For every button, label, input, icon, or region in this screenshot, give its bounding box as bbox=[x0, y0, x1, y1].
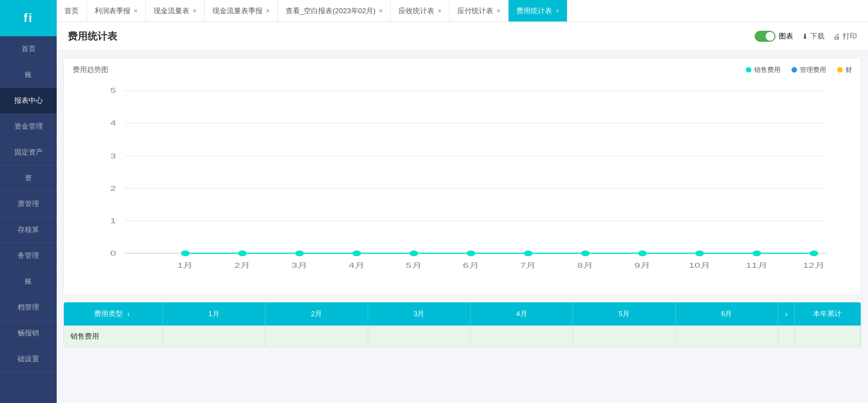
chart-toggle-wrap: 图表 bbox=[755, 31, 793, 42]
cell-month1-sales bbox=[163, 326, 265, 347]
sidebar-item-reports[interactable]: 报表中心 bbox=[0, 88, 57, 114]
sidebar-item-sales-return[interactable]: 畅报销 bbox=[0, 321, 57, 346]
svg-point-36 bbox=[810, 250, 818, 256]
tab-payables[interactable]: 应付统计表 × bbox=[450, 0, 509, 21]
legend-dot-sales bbox=[746, 67, 751, 73]
sidebar-item-settings[interactable]: 础设置 bbox=[0, 346, 57, 372]
tab-profit[interactable]: 利润表季报 × bbox=[87, 0, 146, 21]
svg-point-30 bbox=[467, 250, 476, 256]
chart-legend: 销售费用 管理费用 财 bbox=[746, 65, 852, 75]
col-header-month-5: 5月 bbox=[573, 302, 675, 325]
svg-text:1月: 1月 bbox=[177, 261, 193, 269]
col-header-type: 费用类型 ‹ bbox=[64, 302, 163, 325]
cell-month6-sales bbox=[676, 326, 778, 347]
tab-close-cashflow[interactable]: × bbox=[193, 7, 196, 15]
page-title: 费用统计表 bbox=[68, 30, 117, 43]
table-header-row: 费用类型 ‹ 1月 2月 3月 4月 5月 6月 › 本年累计 bbox=[64, 302, 861, 325]
sidebar-item-funds[interactable]: 资金管理 bbox=[0, 114, 57, 140]
col-header-month-1: 1月 bbox=[163, 302, 265, 325]
cell-month4-sales bbox=[471, 326, 573, 347]
chart-title: 费用趋势图 bbox=[73, 65, 108, 75]
svg-point-31 bbox=[524, 250, 533, 256]
tab-cashflow-quarterly[interactable]: 现金流量表季报 × bbox=[205, 0, 278, 21]
svg-text:8月: 8月 bbox=[577, 261, 593, 269]
svg-text:3: 3 bbox=[110, 152, 116, 159]
svg-text:4: 4 bbox=[110, 119, 116, 127]
tab-home[interactable]: 首页 bbox=[57, 0, 87, 21]
legend-label-finance: 财 bbox=[845, 65, 852, 75]
legend-dot-finance bbox=[837, 67, 843, 73]
tab-close-profit[interactable]: × bbox=[134, 7, 138, 15]
sidebar-item-invoice[interactable]: 票管理 bbox=[0, 191, 57, 217]
cell-type-sales: 销售费用 bbox=[64, 326, 163, 347]
sidebar-item-investment[interactable]: 资 bbox=[0, 165, 57, 191]
col-header-total: 本年累计 bbox=[795, 302, 861, 325]
tab-blank-report[interactable]: 查看_空白报表(2023年02月) × bbox=[278, 0, 391, 21]
tab-cashflow[interactable]: 现金流量表 × bbox=[146, 0, 205, 21]
svg-text:9月: 9月 bbox=[635, 261, 651, 269]
legend-finance: 财 bbox=[837, 65, 852, 75]
svg-text:4月: 4月 bbox=[348, 261, 364, 269]
tab-close-blank-report[interactable]: × bbox=[379, 7, 383, 15]
sidebar-item-home[interactable]: 首页 bbox=[0, 36, 57, 62]
svg-point-27 bbox=[295, 250, 304, 256]
svg-point-28 bbox=[352, 250, 361, 256]
legend-label-sales: 销售费用 bbox=[754, 65, 780, 75]
tab-receivables[interactable]: 应收统计表 × bbox=[391, 0, 450, 21]
table-row-sales: 销售费用 bbox=[64, 325, 861, 347]
expense-table: 费用类型 ‹ 1月 2月 3月 4月 5月 6月 › 本年累计 销售费用 bbox=[63, 302, 861, 347]
next-months-button-cell: › bbox=[778, 302, 795, 325]
tab-close-cashflow-quarterly[interactable]: × bbox=[266, 7, 270, 15]
svg-text:0: 0 bbox=[110, 249, 116, 257]
sidebar-item-sub-ledger[interactable]: 账 bbox=[0, 269, 57, 295]
legend-dot-admin bbox=[791, 67, 797, 73]
svg-text:1: 1 bbox=[110, 217, 116, 224]
print-button[interactable]: 🖨 打印 bbox=[833, 31, 857, 41]
cell-total-sales bbox=[795, 326, 861, 347]
chart-header: 费用趋势图 销售费用 管理费用 财 bbox=[73, 65, 852, 75]
tab-close-expenses[interactable]: × bbox=[555, 7, 559, 15]
download-button[interactable]: ⬇ 下载 bbox=[802, 31, 825, 41]
next-months-button[interactable]: › bbox=[783, 310, 790, 318]
svg-point-29 bbox=[410, 250, 418, 256]
sidebar-item-services[interactable]: 务管理 bbox=[0, 243, 57, 269]
legend-sales: 销售费用 bbox=[746, 65, 780, 75]
chart-toggle-label: 图表 bbox=[779, 31, 793, 41]
tab-close-payables[interactable]: × bbox=[496, 7, 500, 15]
chart-section: 费用趋势图 销售费用 管理费用 财 bbox=[63, 58, 861, 295]
col-header-month-6: 6月 bbox=[676, 302, 778, 325]
tab-expenses[interactable]: 费用统计表 × bbox=[509, 0, 567, 21]
sidebar-item-inventory[interactable]: 存核算 bbox=[0, 217, 57, 243]
svg-point-34 bbox=[695, 250, 704, 256]
svg-text:2月: 2月 bbox=[234, 261, 250, 269]
tab-close-receivables[interactable]: × bbox=[438, 7, 441, 15]
main-area: 首页 利润表季报 × 现金流量表 × 现金流量表季报 × 查看_空白报表(202… bbox=[57, 0, 868, 403]
print-icon: 🖨 bbox=[833, 32, 840, 41]
cell-nav-sales bbox=[778, 326, 795, 347]
svg-point-25 bbox=[181, 250, 190, 256]
sidebar-item-ledger[interactable]: 账 bbox=[0, 62, 57, 88]
line-chart-svg: 5 4 3 2 1 0 1月 2月 3月 4月 5月 6月 7月 8月 bbox=[73, 79, 852, 288]
sidebar-item-archives[interactable]: 档管理 bbox=[0, 295, 57, 321]
download-icon: ⬇ bbox=[802, 32, 808, 41]
cell-month2-sales bbox=[265, 326, 368, 347]
prev-months-button[interactable]: ‹ bbox=[125, 310, 132, 318]
sidebar-item-fixed-assets[interactable]: 固定资产 bbox=[0, 140, 57, 165]
header-actions: 图表 ⬇ 下载 🖨 打印 bbox=[755, 31, 857, 42]
content-area: 费用统计表 图表 ⬇ 下载 🖨 打印 费用趋势图 bbox=[57, 22, 868, 403]
col-header-month-2: 2月 bbox=[265, 302, 368, 325]
legend-admin: 管理费用 bbox=[791, 65, 826, 75]
col-header-month-3: 3月 bbox=[368, 302, 471, 325]
svg-point-26 bbox=[238, 250, 247, 256]
svg-text:2: 2 bbox=[110, 184, 116, 192]
cell-month5-sales bbox=[573, 326, 675, 347]
svg-text:11月: 11月 bbox=[746, 261, 768, 269]
chart-toggle[interactable] bbox=[755, 31, 776, 42]
col-header-month-4: 4月 bbox=[471, 302, 573, 325]
svg-point-33 bbox=[638, 250, 647, 256]
sidebar: fi 首页 账 报表中心 资金管理 固定资产 资 票管理 存核算 务管理 账 档… bbox=[0, 0, 57, 403]
app-logo: fi bbox=[0, 0, 57, 36]
page-header: 费用统计表 图表 ⬇ 下载 🖨 打印 bbox=[57, 22, 868, 51]
chart-container: 5 4 3 2 1 0 1月 2月 3月 4月 5月 6月 7月 8月 bbox=[73, 79, 852, 288]
svg-text:10月: 10月 bbox=[689, 261, 711, 269]
